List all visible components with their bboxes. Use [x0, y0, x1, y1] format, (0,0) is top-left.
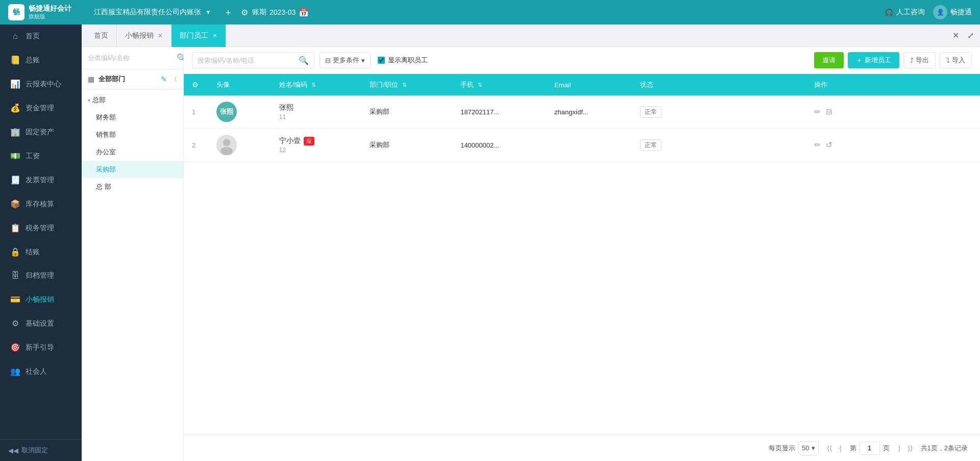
top-header: 畅 畅捷通好会计 旗舰版 江西服宝精品有限责任公司内账张 ▼ ＋ ⚙ 账期 20…: [0, 0, 980, 25]
sidebar-item-reports[interactable]: 📊 云报表中心: [0, 72, 82, 96]
period-selector[interactable]: 账期 2023-03 📅: [252, 8, 309, 17]
column-settings-icon[interactable]: ⚙: [192, 81, 199, 89]
tab-expense-close-icon[interactable]: ✕: [158, 32, 163, 39]
add-button[interactable]: ＋: [224, 6, 233, 18]
invite-button[interactable]: 邀请: [814, 52, 844, 68]
dept-item-label: 采购部: [96, 165, 116, 174]
add-employee-button[interactable]: ＋ 新增员工: [848, 52, 899, 68]
employee-search-input[interactable]: [198, 57, 296, 64]
support-button[interactable]: 🎧 人工咨询: [885, 8, 925, 17]
edit-icon[interactable]: ✏: [814, 140, 821, 150]
sidebar-item-salary[interactable]: 💵 工资: [0, 144, 82, 168]
tab-dept-employee[interactable]: 部门员工 ✕: [172, 25, 226, 47]
row-number: 2: [192, 141, 195, 149]
employee-dept: 采购部: [370, 108, 389, 115]
dept-item-caiwu[interactable]: 财务部: [82, 109, 183, 126]
sidebar-item-settings[interactable]: ⚙ 基础设置: [0, 311, 82, 335]
sidebar-item-guide[interactable]: 🎯 新手引导: [0, 335, 82, 359]
dept-search-input[interactable]: [88, 54, 174, 62]
salary-icon: 💵: [10, 151, 20, 161]
tab-home[interactable]: 首页: [86, 25, 117, 47]
company-selector[interactable]: 江西服宝精品有限责任公司内账张 ▼: [94, 8, 211, 17]
last-page-button[interactable]: ⟩⟩: [905, 442, 915, 454]
main-layout: ⌂ 首页 📒 总账 📊 云报表中心 💰 资金管理 🏢 固定资产 💵 工资 🧾 发…: [0, 25, 980, 461]
filter-icon: ⊟: [325, 57, 331, 64]
logout-icon[interactable]: ⊟: [826, 107, 832, 116]
logo-sub: 旗舰版: [29, 13, 71, 20]
edit-icon[interactable]: ✏: [814, 107, 821, 116]
dept-item-zongbu[interactable]: ▾ 总部: [82, 91, 183, 109]
user-menu[interactable]: 👤 畅捷通: [933, 5, 972, 19]
next-page-button[interactable]: ⟩: [896, 442, 902, 454]
sidebar-item-invoices[interactable]: 🧾 发票管理: [0, 168, 82, 192]
name-tag: 宁小壹 应: [279, 136, 354, 145]
status-cell: 正常: [632, 95, 806, 129]
sidebar-item-label: 发票管理: [26, 176, 54, 185]
name-code-cell: 宁小壹 应 12: [271, 129, 362, 162]
home-icon: ⌂: [10, 32, 20, 41]
sidebar-item-tax[interactable]: 📋 税务管理: [0, 216, 82, 240]
employee-search-icon[interactable]: 🔍: [299, 56, 309, 65]
tab-expense[interactable]: 小畅报销 ✕: [117, 25, 172, 47]
dept-item-caigou[interactable]: 采购部: [82, 161, 183, 178]
all-departments-label[interactable]: 全部部门: [99, 75, 157, 84]
all-departments-header: ▦ 全部部门 ✎ 《: [82, 69, 183, 89]
filter-label: 更多条件: [333, 56, 359, 65]
settings-icon: ⚙: [10, 319, 20, 328]
table-row: 2: [184, 129, 980, 162]
employee-search-wrap: 🔍: [192, 52, 314, 68]
employee-tag-badge: 应: [304, 137, 314, 145]
logo-name: 畅捷通好会计: [29, 4, 71, 13]
th-name-code[interactable]: 姓名/编码 ⇅: [271, 74, 362, 95]
sidebar-item-inventory[interactable]: 📦 库存核算: [0, 192, 82, 216]
dept-collapse-icon[interactable]: 《: [171, 75, 177, 84]
sidebar-item-assets[interactable]: 🏢 固定资产: [0, 120, 82, 144]
th-mobile[interactable]: 手机 ⇅: [452, 74, 546, 95]
filter-more-button[interactable]: ⊟ 更多条件 ▾: [320, 52, 371, 68]
dept-item-xiaoshou[interactable]: 销售部: [82, 126, 183, 143]
th-dept-position[interactable]: 部门/职位 ⇅: [361, 74, 452, 95]
tab-expand-button[interactable]: ⤢: [965, 29, 976, 42]
period-value: 2023-03: [270, 8, 296, 16]
sidebar-item-funds[interactable]: 💰 资金管理: [0, 96, 82, 120]
employee-table: ⚙ 头像 姓名/编码 ⇅ 部门/职位 ⇅ 手机 ⇅ Email 状态 操作: [184, 74, 980, 162]
logo-icon: 畅: [8, 4, 24, 20]
dept-edit-icon[interactable]: ✎: [161, 75, 167, 83]
row-number: 1: [192, 108, 195, 116]
dept-item-label: 办公室: [96, 148, 116, 157]
page-size-select[interactable]: 50 ▾: [798, 441, 818, 455]
dept-search-icon[interactable]: 🔍: [177, 53, 184, 63]
export-button[interactable]: ⤴ 导出: [903, 52, 936, 68]
sidebar-item-closing[interactable]: 🔒 结账: [0, 240, 82, 264]
action-buttons: ✏ ⊟: [814, 107, 972, 116]
tab-close-window-button[interactable]: ✕: [950, 29, 961, 42]
prev-page-button[interactable]: ⟨: [837, 442, 844, 454]
import-button[interactable]: ⤵ 导入: [940, 52, 972, 68]
sidebar-item-expense[interactable]: 💳 小畅报销: [0, 287, 82, 311]
show-resigned-checkbox[interactable]: [378, 57, 385, 64]
grid-icon: ▦: [88, 75, 94, 83]
assets-icon: 🏢: [10, 127, 20, 137]
sidebar-item-archive[interactable]: 🗄 归档管理: [0, 264, 82, 287]
tab-bar-actions: ✕ ⤢: [950, 29, 980, 42]
tree-arrow-icon: ▾: [88, 98, 90, 103]
sidebar-item-label: 归档管理: [26, 271, 54, 280]
sidebar-item-home[interactable]: ⌂ 首页: [0, 25, 82, 48]
first-page-button[interactable]: ⟨⟨: [825, 442, 834, 454]
tab-dept-employee-close-icon[interactable]: ✕: [212, 32, 217, 39]
dept-item-zong-bu[interactable]: 总 部: [82, 178, 183, 196]
th-status: 状态: [632, 74, 806, 95]
delete-icon[interactable]: ↺: [826, 140, 832, 150]
table-row: 1 张熙 张熙 11: [184, 95, 980, 129]
sidebar-item-label: 首页: [26, 32, 40, 41]
sidebar-item-more[interactable]: 👥 社会人: [0, 359, 82, 383]
show-resigned-checkbox-wrap[interactable]: 显示离职员工: [378, 56, 428, 65]
sidebar-item-ledger[interactable]: 📒 总账: [0, 48, 82, 72]
department-tree: ▾ 总部 财务部 销售部 办公室 采购部: [82, 89, 183, 461]
status-badge: 正常: [640, 139, 662, 151]
unpin-button[interactable]: ◀◀ 取消固定: [0, 439, 82, 461]
pagination: 每页显示 50 ▾ ⟨⟨ ⟨ 第 页: [184, 434, 980, 461]
page-number-input[interactable]: [860, 442, 880, 455]
settings-gear-icon[interactable]: ⚙: [241, 8, 248, 17]
dept-item-bangongshi[interactable]: 办公室: [82, 143, 183, 161]
